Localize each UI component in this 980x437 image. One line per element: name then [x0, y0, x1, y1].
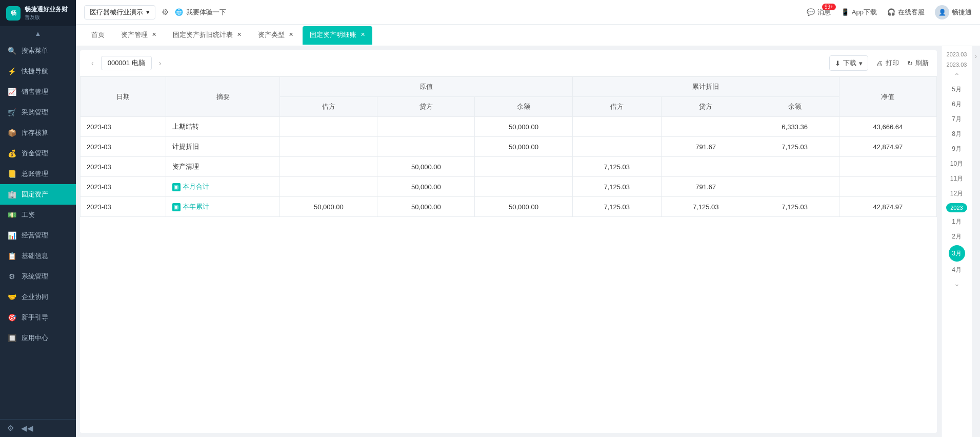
timeline-month[interactable]: 2月 — [942, 229, 972, 244]
cell-dep-credit: 791.67 — [661, 177, 750, 197]
sidebar-item-工资[interactable]: 💵 工资 — [0, 205, 76, 225]
tabbar: 首页资产管理✕固定资产折旧统计表✕资产类型✕固定资产明细账✕ — [76, 25, 980, 46]
sidebar-item-采购管理[interactable]: 🛒 采购管理 — [0, 102, 76, 123]
cell-orig-credit: 50,000.00 — [377, 157, 475, 177]
timeline-expand-icon[interactable]: ⌃ — [952, 70, 962, 82]
content-main: ‹ 000001 电脑 › ⬇ 下载 ▾ 🖨 打印 ↻ 刷新 — [80, 50, 937, 433]
col-original: 原值 — [280, 77, 572, 97]
cell-dep-debit: 7,125.03 — [572, 177, 661, 197]
company-selector[interactable]: 医疗器械行业演示 ▾ — [84, 5, 155, 19]
nav-icon: 🏢 — [7, 190, 16, 198]
sidebar-item-新手引导[interactable]: 🎯 新手引导 — [0, 307, 76, 328]
tab-0[interactable]: 首页 — [84, 26, 112, 45]
sidebar-nav: 🔍 搜索菜单 ⚡ 快捷导航 📈 销售管理 🛒 采购管理 📦 库存核算 💰 资金管… — [0, 41, 76, 419]
tab-close-icon[interactable]: ✕ — [289, 31, 293, 38]
message-btn[interactable]: 💬 消息 99+ — [807, 8, 831, 17]
cell-orig-debit — [280, 117, 377, 137]
nav-label: 固定资产 — [22, 190, 48, 199]
sidebar-item-固定资产[interactable]: 🏢 固定资产 — [0, 184, 76, 205]
cell-orig-balance: 50,000.00 — [475, 197, 572, 217]
timeline-month[interactable]: 6月 — [942, 97, 972, 112]
timeline-month[interactable]: 1月 — [942, 214, 972, 229]
tab-1[interactable]: 资产管理✕ — [114, 26, 164, 45]
customer-service-btn[interactable]: 🎧 在线客服 — [887, 8, 925, 17]
nav-icon: 🎯 — [7, 313, 16, 322]
refresh-btn[interactable]: ↻ 刷新 — [907, 58, 929, 68]
timeline-month[interactable]: 5月 — [942, 82, 972, 97]
nav-label: 总账管理 — [22, 169, 48, 178]
gear-icon[interactable]: ⚙ — [162, 7, 169, 17]
sidebar-item-经营管理[interactable]: 📊 经营管理 — [0, 225, 76, 246]
tab-close-icon[interactable]: ✕ — [361, 31, 365, 38]
app-title: 畅捷通好业务财 — [25, 5, 68, 14]
message-icon: 💬 — [807, 8, 815, 16]
nav-icon: 🛒 — [7, 108, 16, 116]
settings-icon[interactable]: ⚙ — [7, 424, 14, 433]
next-asset-btn[interactable]: › — [156, 58, 165, 68]
timeline-month[interactable]: 11月 — [942, 171, 972, 186]
cell-dep-credit: 791.67 — [661, 137, 750, 157]
tab-4[interactable]: 固定资产明细账✕ — [303, 26, 372, 45]
sidebar-item-快捷导航[interactable]: ⚡ 快捷导航 — [0, 61, 76, 82]
timeline-month[interactable]: 8月 — [942, 127, 972, 142]
topbar: 医疗器械行业演示 ▾ ⚙ 🌐 我要体验一下 💬 消息 99+ 📱 App下载 🎧… — [76, 0, 980, 25]
cell-summary: ▣本年累计 — [166, 197, 280, 217]
user-btn[interactable]: 👤 畅捷通 — [935, 5, 972, 19]
app-logo: 畅 — [6, 6, 21, 21]
cell-dep-debit: 7,125.03 — [572, 197, 661, 217]
timeline-collapse-icon[interactable]: ⌄ — [952, 277, 962, 290]
summary-text: 计提折旧 — [172, 143, 199, 150]
cell-dep-credit: 7,125.03 — [661, 197, 750, 217]
sidebar-item-销售管理[interactable]: 📈 销售管理 — [0, 82, 76, 102]
cell-date: 2023-03 — [81, 137, 166, 157]
timeline-month[interactable]: 4月 — [942, 263, 972, 277]
sidebar-header: 畅 畅捷通好业务财 普及版 — [0, 0, 76, 26]
tab-2[interactable]: 固定资产折旧统计表✕ — [166, 26, 249, 45]
experience-btn[interactable]: 🌐 我要体验一下 — [175, 8, 226, 17]
timeline-panel: 2023.03 2023.03 ⌃ 5月6月7月8月9月10月11月12月202… — [941, 46, 972, 437]
prev-asset-btn[interactable]: ‹ — [88, 58, 97, 68]
col-dep-credit: 贷方 — [661, 97, 750, 117]
nav-icon: 📦 — [7, 129, 16, 137]
sidebar-item-基础信息[interactable]: 📋 基础信息 — [0, 246, 76, 266]
app-download-btn[interactable]: 📱 App下载 — [841, 8, 877, 17]
cell-summary: 资产清理 — [166, 157, 280, 177]
sidebar-item-搜索菜单[interactable]: 🔍 搜索菜单 — [0, 41, 76, 61]
timeline-year[interactable]: 2023 — [946, 203, 967, 212]
customer-service-label: 在线客服 — [898, 8, 925, 17]
cell-orig-balance: 50,000.00 — [475, 137, 572, 157]
sidebar-scroll-up[interactable]: ▲ — [0, 26, 76, 41]
sidebar-item-企业协同[interactable]: 🤝 企业协同 — [0, 287, 76, 307]
chevron-right-icon: › — [975, 52, 977, 60]
cell-orig-credit — [377, 137, 475, 157]
timeline-month-active[interactable]: 3月 — [949, 245, 965, 262]
col-dep-balance: 余额 — [750, 97, 839, 117]
col-orig-credit: 贷方 — [377, 97, 475, 117]
panel-toggle[interactable]: › — [972, 46, 980, 437]
main-area: 医疗器械行业演示 ▾ ⚙ 🌐 我要体验一下 💬 消息 99+ 📱 App下载 🎧… — [76, 0, 980, 437]
timeline-month[interactable]: 10月 — [942, 156, 972, 171]
timeline-month[interactable]: 12月 — [942, 186, 972, 201]
tab-close-icon[interactable]: ✕ — [152, 31, 156, 38]
tab-3[interactable]: 资产类型✕ — [251, 26, 301, 45]
download-btn[interactable]: ⬇ 下载 ▾ — [829, 55, 868, 71]
chevron-down-icon: ▾ — [146, 8, 150, 16]
print-label: 打印 — [886, 58, 899, 68]
timeline-month[interactable]: 9月 — [942, 142, 972, 156]
sidebar-item-资金管理[interactable]: 💰 资金管理 — [0, 143, 76, 164]
cell-net — [839, 177, 936, 197]
col-date: 日期 — [81, 77, 166, 117]
sidebar-item-应用中心[interactable]: 🔲 应用中心 — [0, 328, 76, 348]
nav-label: 资金管理 — [22, 149, 48, 158]
timeline-month[interactable]: 7月 — [942, 112, 972, 127]
print-btn[interactable]: 🖨 打印 — [876, 58, 899, 68]
collapse-icon[interactable]: ◀◀ — [21, 424, 33, 433]
sidebar-item-总账管理[interactable]: 📒 总账管理 — [0, 164, 76, 184]
timeline-year-top-2: 2023.03 — [947, 59, 967, 70]
sidebar-item-系统管理[interactable]: ⚙ 系统管理 — [0, 266, 76, 287]
nav-label: 销售管理 — [22, 87, 48, 96]
cell-summary: 上期结转 — [166, 117, 280, 137]
cell-date: 2023-03 — [81, 117, 166, 137]
sidebar-item-库存核算[interactable]: 📦 库存核算 — [0, 123, 76, 143]
tab-close-icon[interactable]: ✕ — [237, 31, 242, 38]
